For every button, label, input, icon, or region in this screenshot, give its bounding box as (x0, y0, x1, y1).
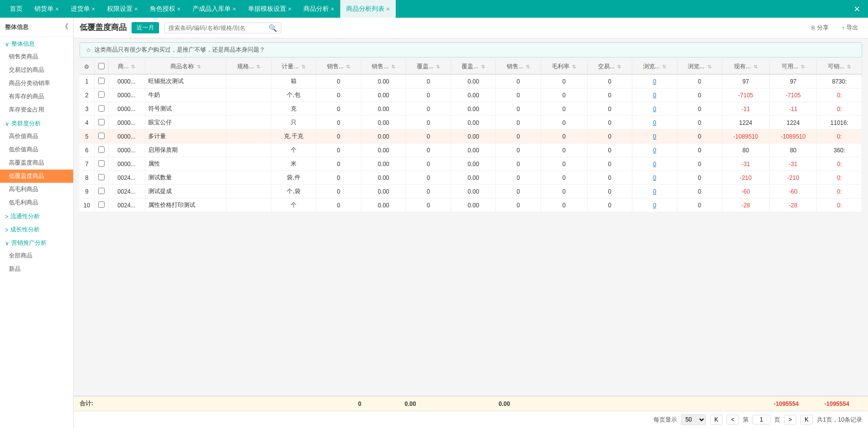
page-size-select[interactable]: 20 50 100 (681, 414, 706, 425)
cell-browse1[interactable]: 0 (632, 157, 678, 171)
row-checkbox[interactable] (98, 160, 105, 167)
sidebar-item-sales-products[interactable]: 销售类商品 (0, 50, 73, 63)
cell-checkbox[interactable] (94, 185, 108, 199)
time-filter-button[interactable]: 近一月 (132, 22, 159, 33)
cell-code: 0000... (108, 130, 145, 143)
footer-available-stock: -1095554 (812, 400, 862, 407)
sidebar-item-traded-products[interactable]: 交易过的商品 (0, 63, 73, 77)
sidebar-collapse-button[interactable]: 《 (61, 23, 68, 31)
cell-transaction: 0 (587, 130, 632, 143)
row-checkbox[interactable] (98, 105, 105, 112)
cell-gross-margin: 0 (541, 74, 587, 88)
last-page-button[interactable]: K (800, 415, 813, 425)
sidebar-item-stock-capital[interactable]: 库存资金占用 (0, 103, 73, 116)
cell-browse1[interactable]: 0 (632, 185, 678, 199)
cell-checkbox[interactable] (94, 102, 108, 116)
first-page-button[interactable]: K (710, 415, 723, 425)
sidebar-group-cluster[interactable]: ∨ 类群度分析 (0, 116, 73, 130)
search-input[interactable] (168, 25, 267, 31)
cell-browse1[interactable]: 0 (632, 88, 678, 102)
sidebar-item-high-coverage[interactable]: 高覆盖度商品 (0, 156, 73, 170)
cell-browse1[interactable]: 0 (632, 199, 678, 212)
column-sales-amount: 销售... ⇅ (361, 59, 406, 74)
select-all-checkbox[interactable] (98, 63, 105, 69)
cell-cover1: 0 (406, 143, 451, 157)
cell-checkbox[interactable] (94, 116, 108, 130)
prev-page-button[interactable]: < (727, 415, 739, 425)
cell-browse2: 0 (677, 157, 722, 171)
cell-browse1[interactable]: 0 (632, 116, 678, 130)
share-button[interactable]: ⎘ 分享 (808, 22, 833, 34)
cell-sales-qty: 0 (496, 130, 541, 143)
cell-browse1[interactable]: 0 (632, 171, 678, 185)
cell-transaction: 0 (587, 88, 632, 102)
row-checkbox[interactable] (98, 133, 105, 139)
cell-current-stock: -11 (722, 102, 770, 116)
cell-sales-qty: 0 (496, 88, 541, 102)
cell-checkbox[interactable] (94, 157, 108, 171)
sidebar-group-circulation[interactable]: > 流通性分析 (0, 209, 73, 223)
sidebar-group-overall[interactable]: ∨ 整体信息 (0, 37, 73, 50)
cell-code: 0024... (108, 199, 145, 212)
cell-checkbox[interactable] (94, 88, 108, 102)
cell-transaction: 0 (587, 74, 632, 88)
cell-browse1[interactable]: 0 (632, 143, 678, 157)
cell-browse2: 0 (677, 88, 722, 102)
sidebar-item-low-coverage[interactable]: 低覆盖度商品 (0, 170, 73, 183)
nav-analysis-list[interactable]: 商品分析列表 ✕ (340, 0, 396, 18)
export-button[interactable]: ↑ 导出 (838, 22, 862, 34)
cell-sales-count: 0 (316, 116, 361, 130)
nav-purchase[interactable]: 进货单 ✕ (65, 0, 101, 18)
footer-gross-empty (573, 400, 616, 407)
cell-checkbox[interactable] (94, 171, 108, 185)
nav-role[interactable]: 角色授权 ✕ (144, 0, 187, 18)
row-checkbox[interactable] (98, 188, 105, 194)
cell-checkbox[interactable] (94, 143, 108, 157)
row-checkbox[interactable] (98, 174, 105, 180)
nav-production[interactable]: 产成品入库单 ✕ (187, 0, 242, 18)
sidebar-item-high-value[interactable]: 高价值商品 (0, 130, 73, 143)
sidebar-item-high-margin[interactable]: 高毛利商品 (0, 183, 73, 196)
footer-cover1-empty (435, 400, 479, 407)
cell-checkbox[interactable] (94, 74, 108, 88)
cell-browse1[interactable]: 0 (632, 102, 678, 116)
search-icon[interactable]: 🔍 (269, 24, 277, 32)
nav-sales[interactable]: 销货单 ✕ (28, 0, 65, 18)
sidebar-item-new-products[interactable]: 新品 (0, 262, 73, 276)
cell-sales-qty: 0 (496, 116, 541, 130)
row-checkbox[interactable] (98, 119, 105, 125)
nav-analysis[interactable]: 商品分析 ✕ (298, 0, 340, 18)
page-number-input[interactable] (753, 415, 770, 425)
nav-home[interactable]: 首页 (4, 0, 28, 18)
column-checkbox[interactable] (94, 59, 108, 74)
cell-gross-margin: 0 (541, 157, 587, 171)
row-checkbox[interactable] (98, 146, 105, 153)
sidebar-item-low-value[interactable]: 低价值商品 (0, 143, 73, 156)
cell-checkbox[interactable] (94, 199, 108, 212)
sidebar-item-category-rate[interactable]: 商品分类动销率 (0, 77, 73, 90)
next-page-button[interactable]: > (784, 415, 796, 425)
sidebar-item-in-stock[interactable]: 有库存的商品 (0, 90, 73, 103)
row-checkbox[interactable] (98, 91, 105, 98)
table-row: 100024...属性价格打印测试个00.0000.0000000-28-280… (80, 199, 862, 212)
sidebar-group-marketing[interactable]: ∨ 营销推广分析 (0, 236, 73, 249)
sidebar: 整体信息 《 ∨ 整体信息 销售类商品 交易过的商品 商品分类动销率 有库存的商… (0, 18, 74, 428)
cell-browse1[interactable]: 0 (632, 130, 678, 143)
cell-checkbox[interactable] (94, 130, 108, 143)
window-close-button[interactable]: ✕ (850, 4, 864, 14)
cell-available-stock: 80 (769, 143, 817, 157)
sidebar-item-low-margin[interactable]: 低毛利商品 (0, 196, 73, 209)
table-row: 10000...旺辅批次测试箱00.0000.000000097978730: (80, 74, 862, 88)
nav-permission[interactable]: 权限设置 ✕ (101, 0, 144, 18)
row-checkbox[interactable] (98, 201, 105, 208)
cell-browse1[interactable]: 0 (632, 74, 678, 88)
sidebar-group-growth[interactable]: > 成长性分析 (0, 223, 73, 236)
sidebar-group-marketing-arrow: ∨ (5, 240, 9, 247)
cell-browse2: 0 (677, 171, 722, 185)
nav-template[interactable]: 单据模板设置 ✕ (242, 0, 298, 18)
column-settings[interactable]: ⚙ (80, 59, 94, 74)
footer-spacer4 (298, 400, 335, 407)
sidebar-item-all-products[interactable]: 全部商品 (0, 249, 73, 262)
cell-browse2: 0 (677, 143, 722, 157)
row-checkbox[interactable] (98, 78, 105, 84)
